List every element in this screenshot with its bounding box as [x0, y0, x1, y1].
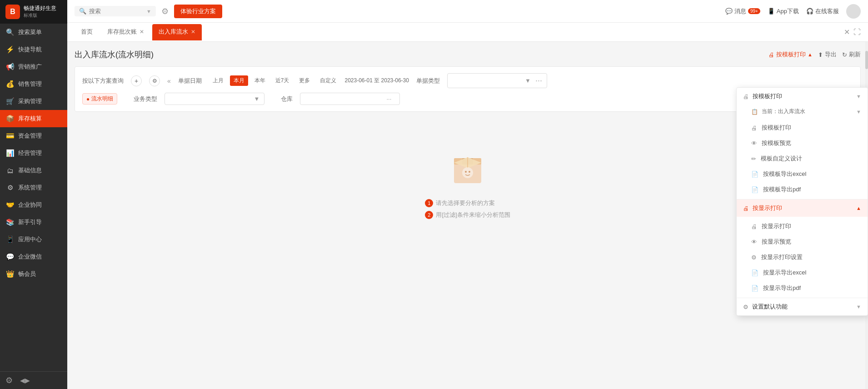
scheme-settings-btn[interactable]: ⚙: [149, 75, 160, 86]
purchase-icon: 🛒: [5, 97, 15, 105]
tab-inventory-batch-close[interactable]: ✕: [140, 29, 144, 35]
biz-type-select[interactable]: ▼: [165, 93, 264, 105]
dropdown-display-header[interactable]: 🖨 按显示打印 ▲: [737, 199, 868, 217]
svg-point-5: [462, 167, 473, 178]
dropdown-display-preview-item[interactable]: 👁 按显示预览: [737, 234, 868, 249]
sidebar-item-label: 快捷导航: [18, 45, 42, 54]
search-input[interactable]: [89, 8, 144, 15]
dropdown-display-excel-item[interactable]: 📄 按显示导出excel: [737, 265, 868, 280]
date-btn-7days[interactable]: 近7天: [272, 75, 293, 86]
date-btn-last-month[interactable]: 上月: [209, 75, 227, 86]
header-right: 💬 消息 99+ 📱 App下载 🎧 在线客服: [725, 4, 861, 19]
date-label: 单据日期: [178, 77, 202, 85]
type-select[interactable]: ▼ ···: [447, 73, 547, 88]
filter-tag-icon: ●: [86, 96, 90, 102]
template-excel-label: 按模板导出excel: [763, 170, 806, 178]
app-logo: B 畅捷通好生意 标准版: [0, 0, 67, 24]
system-icon: ⚙: [5, 184, 15, 192]
type-label: 单据类型: [416, 77, 440, 85]
step-2-text: 用[过滤]条件来缩小分析范围: [436, 209, 510, 221]
quick-nav-icon: ⚡: [5, 45, 15, 54]
dropdown-template-print-item[interactable]: 🖨 按模板打印: [737, 120, 868, 135]
warehouse-arrow: ···: [386, 95, 391, 102]
dropdown-display-items: 🖨 按显示打印 👁 按显示预览 ⚙ 按显示打印设置 📄 按显示导出excel: [737, 217, 868, 298]
dropdown-template-header[interactable]: 🖨 按模板打印 ▼: [737, 88, 868, 105]
step-1-num: 1: [425, 199, 433, 207]
add-scheme-btn[interactable]: +: [131, 75, 142, 86]
message-btn[interactable]: 💬 消息 99+: [725, 7, 760, 15]
online-service-btn[interactable]: 🎧 在线客服: [806, 7, 839, 15]
dropdown-display-settings-item[interactable]: ⚙ 按显示打印设置: [737, 249, 868, 265]
sidebar-item-member[interactable]: 👑 畅会员: [0, 265, 67, 283]
sidebar-item-inventory[interactable]: 📦 库存核算: [0, 110, 67, 127]
dropdown-template-custom-item[interactable]: ✏ 模板自定义设计: [737, 151, 868, 166]
template-print-btn[interactable]: 🖨 按模板打印 ▲: [768, 50, 813, 59]
sidebar-item-system[interactable]: ⚙ 系统管理: [0, 179, 67, 196]
sidebar-item-quick-nav[interactable]: ⚡ 快捷导航: [0, 41, 67, 58]
sidebar-item-finance[interactable]: 💳 资金管理: [0, 127, 67, 145]
sidebar-item-guide[interactable]: 📚 新手引导: [0, 214, 67, 231]
header-gear-icon[interactable]: ⚙: [161, 6, 169, 16]
sidebar-item-operation[interactable]: 📊 经营管理: [0, 145, 67, 162]
refresh-btn[interactable]: ↻ 刷新: [842, 50, 861, 59]
export-btn[interactable]: ⬆ 导出: [818, 50, 837, 59]
sidebar-item-sales[interactable]: 💰 销售管理: [0, 75, 67, 93]
type-select-more[interactable]: ···: [535, 76, 542, 85]
date-btn-custom[interactable]: 自定义: [316, 75, 340, 86]
user-avatar[interactable]: [846, 4, 861, 19]
dropdown-arrow-icon: ▼: [146, 9, 151, 14]
dropdown-default-function[interactable]: ⚙ 设置默认功能 ▼: [737, 298, 868, 315]
empty-step-1: 1 请先选择要分析的方案: [425, 197, 510, 209]
sidebar-item-label: 资金管理: [18, 132, 42, 140]
tab-close-btn[interactable]: ✕: [844, 28, 850, 36]
search-box[interactable]: 🔍 ▼: [75, 6, 156, 16]
default-function-text: 设置默认功能: [752, 303, 788, 311]
tab-home[interactable]: 首页: [75, 24, 99, 40]
date-btn-more[interactable]: 更多: [295, 75, 314, 86]
tab-expand-btn[interactable]: ⛶: [853, 28, 861, 36]
dropdown-display-print-item[interactable]: 🖨 按显示打印: [737, 219, 868, 234]
page-actions: 🖨 按模板打印 ▲ ⬆ 导出 ↻ 刷新: [768, 50, 861, 59]
collapse-btn[interactable]: «: [167, 77, 171, 85]
sidebar-item-label: 销售管理: [18, 80, 42, 88]
sidebar-item-app-center[interactable]: 📱 应用中心: [0, 231, 67, 248]
dropdown-template-excel-item[interactable]: 📄 按模板导出excel: [737, 166, 868, 182]
display-settings-icon: ⚙: [751, 254, 757, 261]
sidebar-item-basic[interactable]: 🗂 基础信息: [0, 162, 67, 179]
app-center-icon: 📱: [5, 235, 15, 244]
date-btn-this-year[interactable]: 本年: [251, 75, 269, 86]
basic-icon: 🗂: [5, 167, 15, 175]
page-title: 出入库流水(流水明细): [75, 49, 154, 60]
sidebar-item-marketing[interactable]: 📢 营销推广: [0, 58, 67, 75]
tab-io-flow-close[interactable]: ✕: [191, 29, 195, 35]
settings-gear-icon[interactable]: ⚙: [5, 375, 13, 385]
tab-home-label: 首页: [81, 28, 93, 36]
filter-scheme-label: 按以下方案查询: [82, 77, 124, 85]
search-icon: 🔍: [5, 28, 15, 36]
brand-name: 畅捷通好生意: [24, 5, 56, 12]
member-icon: 👑: [5, 270, 15, 278]
sidebar-item-wecom[interactable]: 💬 企业微信: [0, 248, 67, 265]
dropdown-display-pdf-item[interactable]: 📄 按显示导出pdf: [737, 280, 868, 296]
biz-type-label: 业务类型: [134, 95, 157, 103]
sidebar-item-search[interactable]: 🔍 搜索菜单: [0, 24, 67, 41]
filter-tag-liushui[interactable]: ● 流水明细: [82, 93, 117, 105]
dropdown-template-pdf-item[interactable]: 📄 按模板导出pdf: [737, 182, 868, 197]
sidebar-item-purchase[interactable]: 🛒 采购管理: [0, 93, 67, 110]
tab-io-flow[interactable]: 出入库流水 ✕: [152, 24, 202, 40]
sidebar-item-label: 营销推广: [18, 63, 42, 71]
trial-btn[interactable]: 体验行业方案: [174, 5, 222, 18]
warehouse-select[interactable]: ···: [300, 93, 400, 105]
dropdown-display-header-left: 🖨 按显示打印: [743, 204, 782, 212]
sidebar-item-enterprise[interactable]: 🤝 企业协同: [0, 196, 67, 214]
dropdown-template-preview-item[interactable]: 👁 按模板预览: [737, 135, 868, 151]
app-download-btn[interactable]: 📱 App下载: [768, 7, 799, 15]
tab-inventory-batch-label: 库存批次账: [107, 28, 137, 36]
template-print-item-label: 按模板打印: [762, 124, 791, 132]
message-label: 消息: [734, 7, 746, 15]
display-excel-label: 按显示导出excel: [763, 269, 806, 277]
date-btn-this-month[interactable]: 本月: [230, 75, 248, 86]
tab-inventory-batch[interactable]: 库存批次账 ✕: [101, 24, 150, 40]
scrollbar-thumb[interactable]: [865, 51, 868, 69]
collapse-sidebar-icon[interactable]: ◀▶: [20, 377, 30, 384]
